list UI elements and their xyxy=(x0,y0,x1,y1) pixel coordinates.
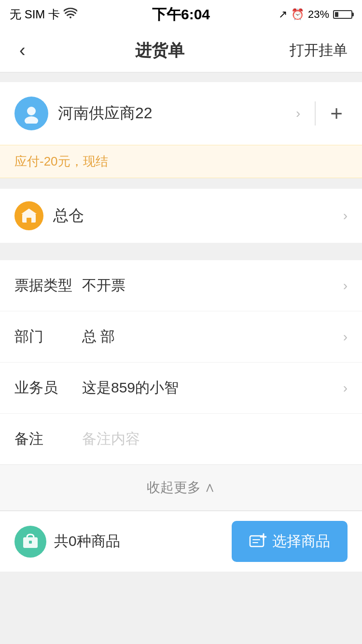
warehouse-icon xyxy=(14,201,43,230)
invoice-row[interactable]: 票据类型 不开票 › xyxy=(0,260,362,311)
status-time: 下午6:04 xyxy=(152,5,210,25)
svg-point-0 xyxy=(27,107,36,115)
add-supplier-button[interactable]: + xyxy=(320,101,348,126)
middle-divider1 xyxy=(0,178,362,188)
back-button[interactable]: ‹ xyxy=(14,35,30,66)
collapse-label: 收起更多 ∧ xyxy=(147,480,216,495)
notice-bar: 应付-20元，现结 xyxy=(0,145,362,178)
supplier-chevron-icon: › xyxy=(296,106,300,121)
warehouse-row[interactable]: 总仓 › xyxy=(0,189,362,243)
salesman-chevron-icon: › xyxy=(343,380,348,396)
remark-input[interactable]: 备注内容 xyxy=(82,429,348,449)
svg-rect-4 xyxy=(27,218,31,223)
salesman-label: 业务员 xyxy=(14,378,82,398)
bottom-bar: 共0种商品 选择商品 xyxy=(0,511,362,572)
form-section: 票据类型 不开票 › 部门 总 部 › 业务员 这是859的小智 › 备注 备注… xyxy=(0,260,362,464)
dept-label: 部门 xyxy=(14,327,82,347)
remark-label: 备注 xyxy=(14,429,82,449)
dept-row[interactable]: 部门 总 部 › xyxy=(0,311,362,363)
status-bar: 无 SIM 卡 下午6:04 ↗ ⏰ 23% xyxy=(0,0,362,29)
invoice-value: 不开票 xyxy=(82,276,343,295)
supplier-section: 河南供应商22 › + xyxy=(0,82,362,145)
page-background xyxy=(0,572,362,644)
select-product-icon xyxy=(249,533,266,550)
battery-percent: 23% xyxy=(308,8,329,21)
supplier-name: 河南供应商22 xyxy=(58,103,296,124)
svg-rect-6 xyxy=(29,541,32,544)
middle-divider2 xyxy=(0,243,362,252)
svg-marker-3 xyxy=(21,209,37,214)
nav-bar: ‹ 进货单 打开挂单 xyxy=(0,29,362,72)
supplier-divider xyxy=(315,101,316,126)
status-left: 无 SIM 卡 xyxy=(10,7,77,22)
supplier-row[interactable]: 河南供应商22 › xyxy=(14,82,310,145)
wifi-icon xyxy=(64,8,77,21)
remark-row[interactable]: 备注 备注内容 xyxy=(0,414,362,464)
page-title: 进货单 xyxy=(135,40,184,62)
location-icon: ↗ xyxy=(278,8,287,21)
select-product-label: 选择商品 xyxy=(272,532,330,551)
warehouse-name: 总仓 xyxy=(53,205,343,226)
notice-text: 应付-20元，现结 xyxy=(14,154,108,168)
dept-value: 总 部 xyxy=(82,327,343,347)
carrier-label: 无 SIM 卡 xyxy=(10,7,60,22)
warehouse-chevron-icon: › xyxy=(343,208,348,224)
top-divider xyxy=(0,72,362,82)
collapse-bar[interactable]: 收起更多 ∧ xyxy=(0,464,362,511)
alarm-icon: ⏰ xyxy=(291,8,304,21)
salesman-row[interactable]: 业务员 这是859的小智 › xyxy=(0,363,362,414)
invoice-chevron-icon: › xyxy=(343,278,348,294)
product-count-label: 共0种商品 xyxy=(54,532,120,551)
svg-point-1 xyxy=(25,116,38,124)
supplier-avatar xyxy=(14,97,48,130)
product-count-left: 共0种商品 xyxy=(14,526,120,558)
product-icon xyxy=(14,526,46,558)
select-product-button[interactable]: 选择商品 xyxy=(232,521,348,562)
salesman-value: 这是859的小智 xyxy=(82,378,343,398)
dept-chevron-icon: › xyxy=(343,329,348,345)
invoice-label: 票据类型 xyxy=(14,276,82,295)
battery-icon xyxy=(333,10,352,19)
warehouse-section[interactable]: 总仓 › xyxy=(0,189,362,243)
status-right: ↗ ⏰ 23% xyxy=(278,8,352,21)
open-pending-button[interactable]: 打开挂单 xyxy=(290,41,348,60)
